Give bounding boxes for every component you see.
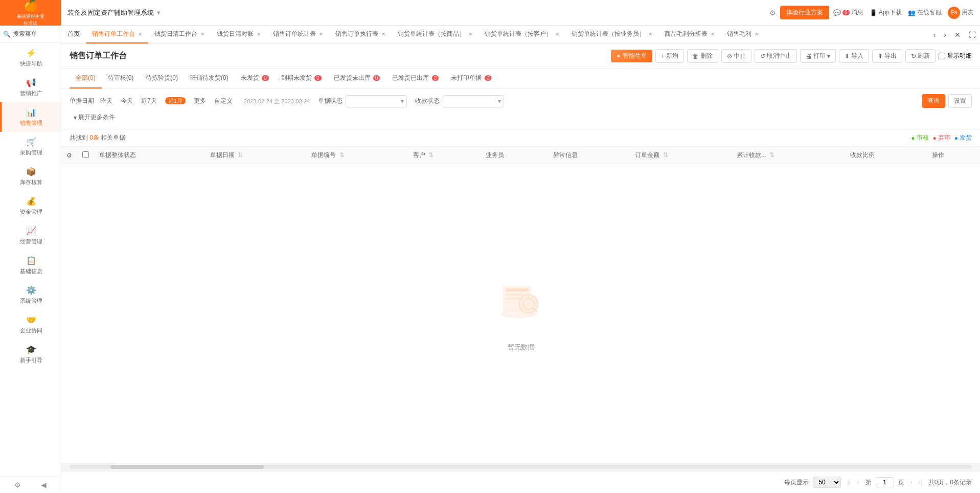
filter-tab-shipped-out[interactable]: 已发货已出库 0 [386,69,445,88]
tab-sales-stats[interactable]: 销售订单统计表 ✕ [267,26,329,43]
tab-sales-summary-product[interactable]: 销货单统计表（按商品） ✕ [392,26,478,43]
tab-close-icon[interactable]: ✕ [381,31,385,37]
per-page-select[interactable]: 50 20 100 [813,477,841,488]
tab-close-icon[interactable]: ✕ [755,31,759,37]
print-btn[interactable]: 🖨 打印 ▾ [800,49,836,63]
deliver-btn[interactable]: ● 发货 [954,133,972,142]
tab-sales-summary-customer[interactable]: 销货单统计表（按客户） ✕ [478,26,565,43]
sidebar-item-operation[interactable]: 📈 经营管理 [0,221,61,251]
date-opt-1month[interactable]: 近1月 [162,96,189,106]
date-opt-7days[interactable]: 近7天 [138,96,160,106]
ai-generate-btn[interactable]: ✦ 智能生单 [611,50,652,62]
page-last-btn[interactable]: ›| [917,478,924,487]
cancel-suspend-btn[interactable]: ↺ 取消中止 [755,49,797,63]
tab-product-margin[interactable]: 商品毛利分析表 ✕ [658,26,721,43]
gear-col-header[interactable]: ⚙ [61,147,77,164]
col-customer-label: 客户 [413,151,425,159]
audit-btn[interactable]: ● 审核 [911,133,928,142]
sidebar-item-basic[interactable]: 📋 基础信息 [0,251,61,280]
sidebar-item-sales[interactable]: 📊 销售管理 [0,102,61,132]
status-select[interactable] [346,95,407,107]
date-opt-yesterday[interactable]: 昨天 [97,96,116,106]
settings-bottom-icon[interactable]: ⚙ [14,481,21,489]
filter-tab-pending-review[interactable]: 待审核(0) [102,69,140,88]
select-all-checkbox[interactable] [82,151,89,158]
sidebar-item-system[interactable]: ⚙️ 系统管理 [0,280,61,310]
filter-tab-not-printed[interactable]: 未打印单据 0 [445,69,497,88]
payment-select[interactable] [443,95,504,107]
sidebar-item-quick-nav[interactable]: ⚡ 快捷导航 [0,43,61,73]
filter-tab-wangpu[interactable]: 旺铺待发货(0) [184,69,235,88]
suspend-btn[interactable]: ⊘ 中止 [721,49,751,63]
sidebar-item-finance[interactable]: 💰 资金管理 [0,191,61,221]
filter-tab-overdue[interactable]: 到期未发货 0 [275,69,328,88]
tab-expand-icon[interactable]: ⛶ [965,29,980,41]
scroll-thumb[interactable] [110,465,264,469]
app-download-action[interactable]: 📱 App下载 [870,8,902,17]
show-detail-label[interactable]: 显示明细 [939,52,972,60]
add-btn[interactable]: + 新增 [655,49,684,63]
sidebar-item-marketing[interactable]: 📢 营销推广 [0,73,61,102]
import-btn[interactable]: ⬇ 导入 [839,49,869,63]
tab-close-icon[interactable]: ✕ [555,31,559,37]
revoke-btn[interactable]: ● 弃审 [933,133,950,142]
page-input[interactable] [876,477,894,487]
settings-search-btn[interactable]: 设置 [948,94,972,108]
trial-btn[interactable]: 体验行业方案 [780,6,829,19]
query-btn[interactable]: 查询 [922,94,945,108]
dropdown-arrow-icon[interactable]: ▾ [157,9,161,16]
message-action[interactable]: 💬 6 消息 [833,8,863,17]
col-collected[interactable]: 累计收款... ⇅ [732,147,845,164]
refresh-btn[interactable]: ↻ 刷新 [905,49,936,63]
filter-tab-not-shipped[interactable]: 未发货 0 [235,69,275,88]
online-service-action[interactable]: 👥 在线客服 [908,8,942,17]
tab-sales-workbench[interactable]: 销售订单工作台 ✕ [86,26,148,43]
delete-btn[interactable]: 🗑 删除 [687,49,718,63]
page-prev-btn[interactable]: ‹ [855,478,861,487]
export-btn[interactable]: ⬆ 导出 [872,49,902,63]
col-date[interactable]: 单据日期 ⇅ [205,147,307,164]
sidebar-item-label: 资金管理 [20,208,42,216]
tab-cash-daily[interactable]: 钱货日清工作台 ✕ [148,26,211,43]
expand-btn[interactable]: ▾ 展开更多条件 [70,111,972,124]
sidebar-item-enterprise[interactable]: 🤝 企业协同 [0,310,61,340]
sidebar-item-newbie[interactable]: 🎓 新手引导 [0,340,61,369]
collapse-icon[interactable]: ◀ [41,481,47,489]
header-settings-icon[interactable]: ⚙ [769,9,776,17]
page-first-btn[interactable]: |‹ [845,478,853,487]
show-detail-checkbox[interactable] [939,53,945,59]
user-action[interactable]: Ea 用友 [948,7,974,19]
tab-close-all-icon[interactable]: ✕ [950,29,965,41]
tab-cash-reconcile[interactable]: 钱货日清对账 ✕ [211,26,267,43]
tab-close-icon[interactable]: ✕ [648,31,652,37]
scroll-track[interactable] [70,465,972,469]
tab-close-icon[interactable]: ✕ [468,31,472,37]
tab-close-icon[interactable]: ✕ [319,31,323,37]
tab-sales-exec[interactable]: 销售订单执行表 ✕ [329,26,392,43]
scroll-area[interactable] [61,463,980,471]
tab-close-icon[interactable]: ✕ [711,31,715,37]
sort-icon: ⇅ [663,151,668,159]
tab-nav-prev-icon[interactable]: ‹ [929,29,940,41]
col-customer[interactable]: 客户 ⇅ [408,147,481,164]
tab-close-icon[interactable]: ✕ [200,31,204,37]
search-menu[interactable]: 🔍 搜索菜单 [0,26,61,43]
tab-close-icon[interactable]: ✕ [138,31,142,37]
tab-close-icon[interactable]: ✕ [257,31,261,37]
date-opt-custom[interactable]: 自定义 [211,96,236,106]
filter-tab-pending-check[interactable]: 待拣验货(0) [140,69,184,88]
filter-tab-all[interactable]: 全部(0) [70,69,102,88]
tab-home[interactable]: 首页 [61,26,86,43]
col-amount[interactable]: 订单金额 ⇅ [630,147,732,164]
sidebar-item-inventory[interactable]: 📦 库存核算 [0,162,61,191]
col-number[interactable]: 单据编号 ⇅ [306,147,408,164]
page-next-btn[interactable]: › [908,478,915,487]
sales-icon: 📊 [26,107,36,117]
tab-sales-summary-staff[interactable]: 销货单统计表（按业务员） ✕ [565,26,658,43]
sidebar-item-purchase[interactable]: 🛒 采购管理 [0,132,61,162]
date-opt-more[interactable]: 更多 [191,96,209,106]
filter-tab-shipped-not-out[interactable]: 已发货未出库 0 [328,69,386,88]
tab-nav-next-icon[interactable]: › [940,29,950,41]
date-opt-today[interactable]: 今天 [118,96,136,106]
tab-sales-more[interactable]: 销售毛利 ✕ [721,26,765,43]
